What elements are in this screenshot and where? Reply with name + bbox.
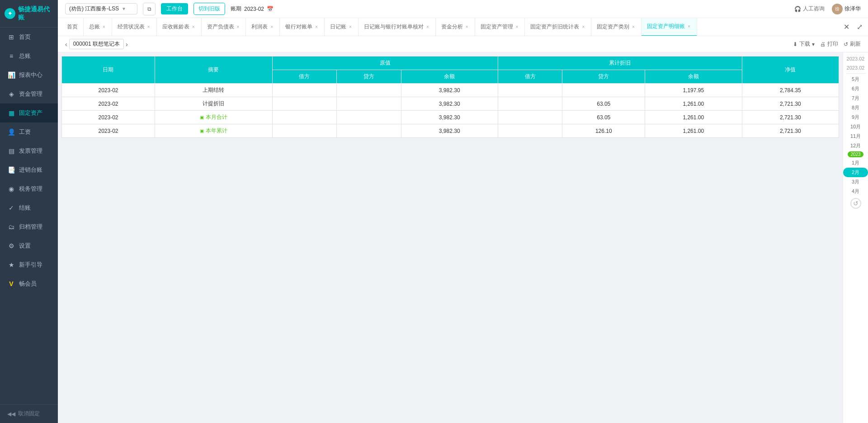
close-tab-icon[interactable]: × xyxy=(314,24,319,29)
row-dep-debit xyxy=(498,124,562,138)
sidebar-item-settlement[interactable]: ✓ 结账 xyxy=(0,198,58,217)
sidebar-item-label: 首页 xyxy=(19,33,31,41)
sidebar-item-beginner-guide[interactable]: ★ 新手引导 xyxy=(0,255,58,274)
tab-profit[interactable]: 利润表 × xyxy=(246,18,280,36)
sidebar-item-label: 总账 xyxy=(19,52,31,60)
sidebar-item-fixed-assets[interactable]: ▦ 固定资产 xyxy=(0,103,58,122)
timeline-month-3[interactable]: 3月 xyxy=(843,177,868,187)
tab-journal[interactable]: 日记账 × xyxy=(325,18,359,36)
close-tab-icon[interactable]: × xyxy=(631,24,636,29)
sidebar: ✦ 畅捷通易代账 ⊞ 首页 ≡ 总账 📊 报表中心 ◈ 资金管理 ▦ 固定资产 … xyxy=(0,0,58,423)
tab-bank-statement[interactable]: 银行对账单 × xyxy=(280,18,325,36)
sidebar-item-tax-mgmt[interactable]: ◉ 税务管理 xyxy=(0,179,58,198)
sidebar-item-report-center[interactable]: 📊 报表中心 xyxy=(0,66,58,85)
timeline-month-6[interactable]: 6月 xyxy=(843,84,868,94)
close-tab-icon[interactable]: × xyxy=(236,24,241,29)
app-logo: ✦ 畅捷通易代账 xyxy=(0,0,58,28)
tab-fixed-asset-detail[interactable]: 固定资产明细账 × xyxy=(642,18,697,36)
switch-version-button[interactable]: 切到旧版 xyxy=(193,3,225,15)
row-net-value: 2,721.30 xyxy=(742,111,839,124)
close-tab-icon[interactable]: × xyxy=(465,24,469,29)
sidebar-item-invoice-mgmt[interactable]: ▤ 发票管理 xyxy=(0,141,58,160)
close-tab-icon[interactable]: × xyxy=(581,24,585,29)
timeline-month-12[interactable]: 12月 xyxy=(843,141,868,150)
close-tab-icon[interactable]: × xyxy=(146,24,151,29)
right-timeline: 2023.02 2023.02 5月 6月 7月 8月 9月 10月 11月 1… xyxy=(843,52,868,423)
timeline-month-11[interactable]: 11月 xyxy=(843,132,868,141)
sidebar-item-home[interactable]: ⊞ 首页 xyxy=(0,28,58,47)
row-orig-balance: 3,982.30 xyxy=(401,111,498,124)
timeline-month-9[interactable]: 9月 xyxy=(843,113,868,122)
sidebar-item-payroll[interactable]: 👤 工资 xyxy=(0,122,58,141)
timeline-month-7[interactable]: 7月 xyxy=(843,94,868,103)
close-tab-icon[interactable]: × xyxy=(515,24,519,29)
print-button[interactable]: 🖨 打印 xyxy=(820,40,838,48)
sidebar-item-general-ledger[interactable]: ≡ 总账 xyxy=(0,47,58,66)
sidebar-item-vip[interactable]: V 畅会员 xyxy=(0,274,58,293)
sidebar-item-sales-ledger[interactable]: 📑 进销台账 xyxy=(0,160,58,179)
tab-home[interactable]: 首页 xyxy=(61,18,84,36)
report-icon: 📊 xyxy=(7,71,15,79)
tab-fixed-asset-deprec[interactable]: 固定资产折旧统计表 × xyxy=(525,18,591,36)
unpin-label: 取消固定 xyxy=(18,410,40,418)
sidebar-item-archive-mgmt[interactable]: 🗂 归档管理 xyxy=(0,217,58,236)
archive-icon: 🗂 xyxy=(7,223,15,230)
download-button[interactable]: ⬇ 下载 ▾ xyxy=(793,40,815,48)
tab-management-status[interactable]: 经营状况表 × xyxy=(112,18,157,36)
close-tab-icon[interactable]: × xyxy=(687,24,691,29)
human-service-button[interactable]: 🎧 人工咨询 xyxy=(794,5,825,13)
copy-icon: ⧉ xyxy=(147,6,151,12)
refresh-button[interactable]: ↺ 刷新 xyxy=(844,40,861,48)
nav-back-button[interactable]: ‹ xyxy=(65,41,67,48)
maximize-button[interactable]: ⤢ xyxy=(855,23,864,31)
settlement-icon: ✓ xyxy=(7,204,15,212)
company-selector[interactable]: (劝告) 江西服务-LSS ▼ xyxy=(65,3,137,14)
workspace-button[interactable]: 工作台 xyxy=(161,3,188,14)
timeline-refresh-button[interactable]: ↺ xyxy=(850,198,861,209)
close-tab-icon[interactable]: × xyxy=(102,24,106,29)
timeline-month-8[interactable]: 8月 xyxy=(843,103,868,113)
timeline-month-2-active[interactable]: 2月 xyxy=(843,168,868,177)
close-all-tabs-button[interactable]: ✕ xyxy=(842,23,851,31)
chevron-down-icon: ▼ xyxy=(122,6,126,11)
user-profile[interactable]: 徐 徐泽华 xyxy=(832,4,861,14)
tab-receivable[interactable]: 应收账龄表 × xyxy=(157,18,202,36)
copy-button[interactable]: ⧉ xyxy=(143,3,156,15)
tab-fund-analysis[interactable]: 资金分析 × xyxy=(436,18,475,36)
download-label: 下载 xyxy=(799,40,810,48)
col-original-value: 原值 xyxy=(272,56,498,70)
nav-forward-button[interactable]: › xyxy=(126,41,128,48)
tab-label: 资产负债表 xyxy=(207,23,234,31)
close-tab-icon[interactable]: × xyxy=(191,24,196,29)
sales-icon: 📑 xyxy=(7,166,15,174)
headset-icon: 🎧 xyxy=(794,6,801,12)
dep-balance: 余额 xyxy=(645,70,742,84)
sidebar-nav: ⊞ 首页 ≡ 总账 📊 报表中心 ◈ 资金管理 ▦ 固定资产 👤 工资 ▤ 发票… xyxy=(0,28,58,404)
row-orig-balance: 3,982.30 xyxy=(401,97,498,111)
timeline-month-10[interactable]: 10月 xyxy=(843,122,868,132)
tab-fixed-asset-mgmt[interactable]: 固定资产管理 × xyxy=(475,18,525,36)
sidebar-item-fund-mgmt[interactable]: ◈ 资金管理 xyxy=(0,85,58,103)
tab-fixed-asset-category[interactable]: 固定资产类别 × xyxy=(591,18,642,36)
guide-icon: ★ xyxy=(7,261,15,268)
timeline-month-4[interactable]: 4月 xyxy=(843,187,868,196)
sidebar-item-label: 固定资产 xyxy=(19,109,42,117)
close-tab-icon[interactable]: × xyxy=(425,24,430,29)
timeline-month-1[interactable]: 1月 xyxy=(843,158,868,168)
tab-label: 固定资产折旧统计表 xyxy=(530,23,579,31)
sidebar-footer[interactable]: ◀◀ 取消固定 xyxy=(0,404,58,423)
sidebar-item-label: 进销台账 xyxy=(19,166,42,174)
sub-header-actions: ⬇ 下载 ▾ 🖨 打印 ↺ 刷新 xyxy=(793,40,861,48)
tab-label: 银行对账单 xyxy=(285,23,312,31)
sidebar-item-settings[interactable]: ⚙ 设置 xyxy=(0,236,58,255)
main-content: (劝告) 江西服务-LSS ▼ ⧉ 工作台 切到旧版 账期 2023-02 📅 … xyxy=(58,0,868,423)
tab-general-ledger[interactable]: 总账 × xyxy=(84,18,112,36)
close-tab-icon[interactable]: × xyxy=(348,24,353,29)
timeline-month-5[interactable]: 5月 xyxy=(843,75,868,84)
tab-balance-sheet[interactable]: 资产负债表 × xyxy=(202,18,246,36)
table-row: 2023-02 上期结转 3,982.30 1,197.95 2,784.35 xyxy=(62,84,839,97)
close-tab-icon[interactable]: × xyxy=(269,24,274,29)
sidebar-item-label: 设置 xyxy=(19,242,31,250)
tab-journal-bank-check[interactable]: 日记账与银行对账单核对 × xyxy=(359,18,436,36)
row-date: 2023-02 xyxy=(62,84,155,97)
